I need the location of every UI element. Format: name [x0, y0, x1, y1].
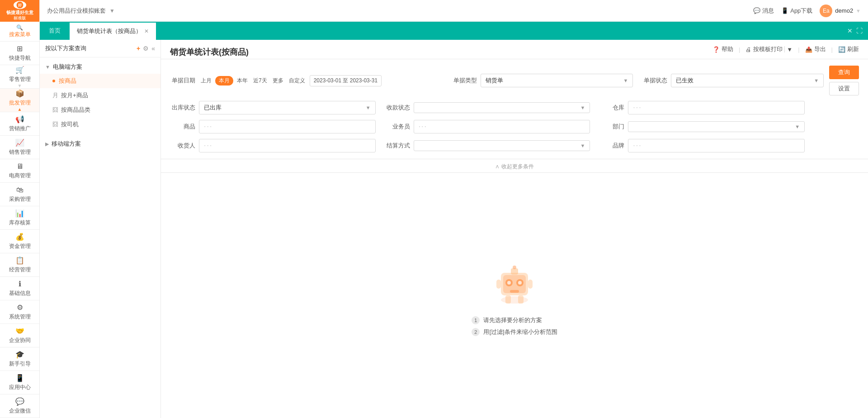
filter-row-2: 出库状态 已出库 ▼ 收款状态 ▼ — [170, 101, 859, 114]
messages-label: 消息 — [762, 7, 774, 15]
sidebar-item-appcenter[interactable]: 📱 应用中心 — [0, 371, 39, 394]
scheme-by-driver-label: 按司机 — [61, 120, 79, 128]
out-status-arrow-icon: ▼ — [366, 105, 371, 110]
scheme-collapse-icon[interactable]: « — [151, 45, 155, 52]
refresh-btn[interactable]: 🔄 刷新 — [838, 45, 859, 53]
driver-icon: 囧 — [52, 120, 58, 128]
add-scheme-icon[interactable]: + — [137, 45, 140, 52]
svg-point-9 — [513, 266, 516, 269]
query-button[interactable]: 查询 — [829, 66, 859, 79]
sidebar-item-basic[interactable]: ℹ 基础信息 — [0, 277, 39, 300]
scheme-item-by-driver[interactable]: 囧 按司机 — [40, 117, 160, 132]
recipient-dots-icon: ··· — [204, 142, 212, 150]
sidebar-item-collab[interactable]: 🤝 企业协同 — [0, 324, 39, 347]
doc-type-select[interactable]: 销货单 ▼ — [481, 74, 633, 87]
scheme-settings-icon[interactable]: ⚙ — [143, 45, 149, 52]
tip-num-2: 2 — [472, 328, 480, 336]
ops-icon: 📋 — [15, 256, 24, 265]
sidebar-wechat-label: 企业微信 — [9, 407, 31, 415]
date-this-year[interactable]: 本年 — [235, 76, 250, 86]
scheme-item-by-goods-cat[interactable]: 囧 按商品品类 — [40, 103, 160, 117]
scheme-item-by-month-goods[interactable]: 月 按月+商品 — [40, 88, 160, 103]
app-dropdown-icon[interactable]: ▼ — [109, 8, 115, 14]
sidebar-item-ecom[interactable]: 🖥 电商管理 — [0, 159, 39, 183]
date-custom[interactable]: 自定义 — [287, 76, 307, 86]
filter-dept: 部门 ▼ — [599, 121, 805, 132]
month-goods-icon: 月 — [52, 91, 58, 100]
warehouse-label: 仓库 — [599, 104, 624, 112]
tip-text-1: 请先选择要分析的方案 — [483, 316, 542, 324]
tab-expand-icon[interactable]: ⛶ — [856, 27, 863, 34]
out-status-select[interactable]: 已出库 ▼ — [199, 101, 376, 114]
date-last-month[interactable]: 上月 — [199, 76, 213, 86]
receipt-status-select[interactable]: ▼ — [414, 102, 590, 113]
tab-minimize-icon[interactable]: ✕ — [847, 27, 853, 34]
scheme-group-pc-header[interactable]: ▼ 电脑端方案 — [40, 60, 160, 74]
brand-label: 品牌 — [599, 142, 624, 150]
sidebar-item-ops[interactable]: 📋 经营管理 — [0, 253, 39, 277]
help-btn[interactable]: ❓ 帮助 — [712, 45, 733, 53]
newbie-icon: 🎓 — [15, 350, 24, 359]
tab-close-icon[interactable]: ✕ — [144, 28, 149, 34]
recipient-input[interactable]: ··· — [199, 139, 376, 152]
scheme-by-goods-label: 按商品 — [59, 77, 76, 85]
sidebar-item-system[interactable]: ⚙ 系统管理 — [0, 300, 39, 324]
sidebar-item-wholesale[interactable]: 📦 批发管理 ▲ — [0, 89, 39, 112]
filter-doc-type: 单据类型 销货单 ▼ — [452, 74, 633, 87]
sidebar-item-purchase[interactable]: 🛍 采购管理 — [0, 183, 39, 206]
dept-select[interactable]: ▼ — [628, 121, 805, 132]
page-header-actions: ❓ 帮助 | 🖨 按模板打印 ▼ | 📤 导出 | — [712, 45, 859, 59]
date-more[interactable]: 更多 — [271, 76, 285, 86]
sidebar: 好 畅捷通好生意 标准版 🔍 搜索菜单 ⊞ 快捷导航 🛒 零售管理 ▼ 📦 批发… — [0, 0, 40, 418]
out-status-value: 已出库 — [204, 104, 222, 112]
messages-btn[interactable]: 💬 消息 — [753, 7, 774, 15]
dept-arrow-icon: ▼ — [795, 124, 800, 129]
sidebar-item-marketing[interactable]: 📢 营销推广 — [0, 112, 39, 136]
goods-cat-icon: 囧 — [52, 106, 58, 114]
goods-dots-icon: ··· — [204, 123, 212, 131]
warehouse-input[interactable]: ··· — [628, 101, 805, 114]
retail-arrow-icon: ▼ — [18, 83, 22, 88]
inventory-icon: 📊 — [15, 209, 24, 218]
sidebar-item-search[interactable]: 🔍 搜索菜单 — [0, 22, 39, 42]
system-icon: ⚙ — [17, 303, 23, 312]
sidebar-item-finance[interactable]: 💰 资金管理 — [0, 230, 39, 253]
date-last-7-days[interactable]: 近7天 — [251, 76, 269, 86]
export-btn[interactable]: 📤 导出 — [805, 45, 826, 53]
brand-input[interactable]: ··· — [628, 139, 805, 152]
receipt-status-arrow-icon: ▼ — [580, 105, 585, 110]
svg-rect-12 — [505, 295, 511, 304]
doc-status-select[interactable]: 已生效 ▼ — [671, 74, 824, 87]
settings-button[interactable]: 设置 — [829, 82, 859, 95]
tab-sales-stat[interactable]: 销货单统计表（按商品） ✕ — [70, 22, 156, 40]
collapse-bar[interactable]: ∧ 收起更多条件 — [161, 159, 868, 173]
sidebar-item-inventory[interactable]: 📊 库存核算 — [0, 206, 39, 230]
sidebar-item-newbie[interactable]: 🎓 新手引导 — [0, 347, 39, 371]
user-avatar: Ea — [820, 5, 832, 17]
app-download-btn[interactable]: 📱 App下载 — [781, 7, 812, 15]
date-range-input[interactable]: 2023-03-01 至 2023-03-31 — [310, 75, 382, 86]
print-dropdown-icon[interactable]: ▼ — [787, 46, 793, 53]
tab-home[interactable]: 首页 — [40, 22, 70, 40]
active-dot-icon — [52, 80, 55, 82]
sidebar-item-retail[interactable]: 🛒 零售管理 ▼ — [0, 65, 39, 89]
svg-rect-7 — [510, 290, 519, 293]
app-name-label: 办公用品行业模拟账套 — [47, 7, 106, 15]
goods-input[interactable]: ··· — [199, 120, 376, 133]
sidebar-item-quick-nav[interactable]: ⊞ 快捷导航 — [0, 42, 39, 65]
sidebar-item-wechat[interactable]: 💬 企业微信 — [0, 394, 39, 418]
template-print-btn[interactable]: 🖨 按模板打印 ▼ — [745, 45, 793, 53]
recipient-label: 收货人 — [170, 142, 195, 150]
scheme-item-by-goods[interactable]: 按商品 — [40, 74, 160, 88]
scheme-group-mobile-header[interactable]: ▶ 移动端方案 — [40, 137, 160, 151]
sidebar-ops-label: 经营管理 — [9, 266, 31, 274]
filter-brand: 品牌 ··· — [599, 139, 805, 152]
settlement-select[interactable]: ▼ — [414, 140, 590, 151]
sidebar-item-sales[interactable]: 📈 销售管理 — [0, 136, 39, 159]
salesperson-input[interactable]: ··· — [414, 120, 590, 133]
date-this-month[interactable]: 本月 — [215, 76, 233, 86]
filter-goods: 商品 ··· — [170, 120, 376, 133]
pc-group-arrow-icon: ▼ — [45, 64, 50, 70]
user-area[interactable]: Ea demo2 ▼ — [820, 5, 861, 17]
date-control: 上月 本月 本年 近7天 更多 自定义 2023-03-01 至 2023-03… — [199, 75, 443, 86]
